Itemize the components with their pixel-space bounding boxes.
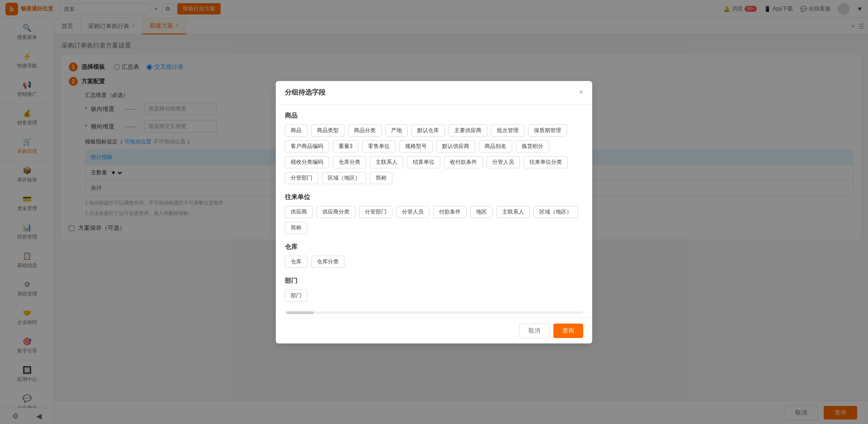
field-tag[interactable]: 供应商 [285, 206, 313, 218]
field-tag[interactable]: 地区 [470, 206, 493, 218]
modal-close-button[interactable]: × [579, 88, 583, 96]
field-tag[interactable]: 产地 [385, 124, 408, 137]
field-tag[interactable]: 规格型号 [399, 140, 433, 152]
field-tag[interactable]: 收付款条件 [444, 156, 483, 168]
field-tag[interactable]: 零售单位 [362, 140, 396, 152]
field-tag[interactable]: 商品 [285, 124, 307, 137]
field-tag[interactable]: 往来单位分类 [524, 156, 568, 168]
field-group-partner: 往来单位 供应商 供应商分类 分管部门 分管人员 付款条件 地区 主联系人 区域… [285, 193, 583, 234]
field-tag[interactable]: 区域（地区） [322, 172, 366, 184]
field-tag[interactable]: 炼货积分 [516, 140, 549, 152]
modal-confirm-button[interactable]: 查询 [553, 324, 583, 338]
field-tag[interactable]: 保质期管理 [528, 124, 567, 137]
field-tag[interactable]: 客户商品编码 [285, 140, 329, 152]
field-tag[interactable]: 主联系人 [370, 156, 403, 168]
field-group-product: 商品 商品 商品类型 商品分类 产地 默认仓库 主要供应商 批次管理 保质期管理… [285, 112, 583, 184]
modal-cancel-button[interactable]: 取消 [519, 324, 550, 338]
field-tag[interactable]: 区域（地区） [533, 206, 578, 218]
field-tag[interactable]: 部门 [285, 290, 307, 302]
field-tag[interactable]: 付款条件 [433, 206, 467, 218]
field-tag[interactable]: 重量3 [333, 140, 359, 152]
modal: 分组待选字段 × 商品 商品 商品类型 商品分类 产地 默认仓库 主要供应商 批… [276, 81, 592, 343]
field-tag[interactable]: 简称 [370, 172, 392, 184]
field-tags-warehouse: 仓库 仓库分类 [285, 256, 583, 268]
field-tag[interactable]: 批次管理 [491, 124, 524, 137]
field-tag[interactable]: 主联系人 [496, 206, 530, 218]
field-tag[interactable]: 分管人员 [396, 206, 429, 218]
field-tag[interactable]: 主要供应商 [448, 124, 487, 137]
modal-horizontal-scrollbar[interactable] [285, 311, 583, 314]
field-tag[interactable]: 商品分类 [348, 124, 382, 137]
field-tag[interactable]: 结算单位 [407, 156, 440, 168]
modal-title: 分组待选字段 [285, 88, 326, 97]
field-tag[interactable]: 分管人员 [486, 156, 520, 168]
field-tag[interactable]: 商品类型 [311, 124, 344, 137]
modal-footer: 取消 查询 [276, 318, 592, 343]
field-tag[interactable]: 仓库分类 [333, 156, 366, 168]
field-tags-product: 商品 商品类型 商品分类 产地 默认仓库 主要供应商 批次管理 保质期管理 客户… [285, 124, 583, 184]
field-group-title: 往来单位 [285, 193, 583, 201]
field-tag[interactable]: 分管部门 [285, 172, 318, 184]
field-tag[interactable]: 税收分类编码 [285, 156, 329, 168]
field-tag[interactable]: 仓库 [285, 256, 307, 268]
field-group-title: 商品 [285, 112, 583, 120]
field-tag[interactable]: 供应商分类 [316, 206, 355, 218]
scrollbar-thumb [287, 311, 314, 314]
modal-header: 分组待选字段 × [276, 81, 592, 105]
field-group-title: 仓库 [285, 243, 583, 251]
field-tag[interactable]: 默认供应商 [436, 140, 475, 152]
field-tags-dept: 部门 [285, 290, 583, 302]
field-tag[interactable]: 分管部门 [359, 206, 392, 218]
modal-body: 商品 商品 商品类型 商品分类 产地 默认仓库 主要供应商 批次管理 保质期管理… [276, 105, 592, 311]
field-group-warehouse: 仓库 仓库 仓库分类 [285, 243, 583, 268]
field-tags-partner: 供应商 供应商分类 分管部门 分管人员 付款条件 地区 主联系人 区域（地区） … [285, 206, 583, 234]
modal-overlay[interactable]: 分组待选字段 × 商品 商品 商品类型 商品分类 产地 默认仓库 主要供应商 批… [0, 0, 868, 424]
field-group-dept: 部门 部门 [285, 277, 583, 302]
field-tag[interactable]: 商品别名 [479, 140, 512, 152]
field-tag[interactable]: 仓库分类 [311, 256, 344, 268]
field-tag[interactable]: 简称 [285, 222, 307, 234]
field-group-title: 部门 [285, 277, 583, 285]
field-tag[interactable]: 默认仓库 [411, 124, 445, 137]
